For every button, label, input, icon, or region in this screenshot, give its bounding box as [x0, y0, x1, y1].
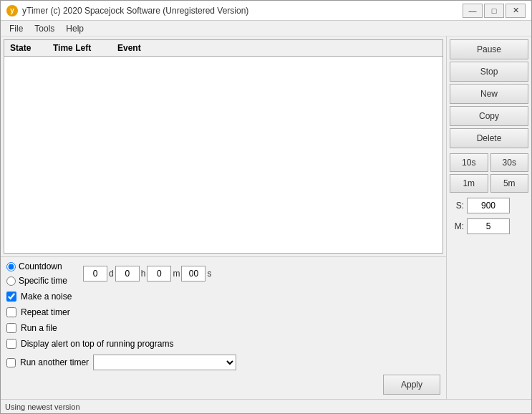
stop-button[interactable]: Stop	[450, 62, 528, 82]
menu-help[interactable]: Help	[60, 22, 90, 35]
run-file-row: Run a file	[6, 323, 440, 333]
make-noise-checkbox[interactable]	[6, 292, 16, 302]
make-noise-label: Make a noise	[21, 292, 72, 302]
left-panel: State Time Left Event Countdown	[1, 37, 447, 399]
right-panel: Pause Stop New Copy Delete 10s 30s 1m 5m…	[447, 37, 531, 399]
status-text: Using newest version	[5, 403, 80, 411]
countdown-radio[interactable]	[6, 262, 16, 271]
apply-button[interactable]: Apply	[383, 375, 440, 395]
run-another-select[interactable]	[93, 355, 236, 370]
time-inputs: d h m s	[83, 266, 211, 281]
menu-file[interactable]: File	[4, 22, 29, 35]
s-input[interactable]	[467, 198, 510, 213]
pause-button[interactable]: Pause	[450, 39, 528, 59]
menu-tools[interactable]: Tools	[29, 22, 60, 35]
maximize-button[interactable]: □	[484, 4, 504, 18]
window-title: yTimer (c) 2020 Spacejock Software (Unre…	[22, 6, 248, 16]
m-input-row: M:	[450, 218, 528, 234]
main-content: State Time Left Event Countdown	[1, 37, 531, 399]
countdown-label: Countdown	[19, 261, 62, 271]
delete-button[interactable]: Delete	[450, 128, 528, 148]
run-another-label: Run another timer	[20, 357, 89, 367]
options-panel: Countdown Specific time d h m	[1, 256, 446, 399]
col-event-header: Event	[115, 42, 440, 54]
5m-button[interactable]: 5m	[490, 174, 529, 193]
minutes-input[interactable]	[147, 266, 171, 281]
specific-time-radio[interactable]	[6, 276, 16, 286]
apply-row: Apply	[6, 375, 440, 395]
checkboxes-section: Make a noise Repeat timer Run a file Dis…	[6, 292, 440, 370]
radio-group: Countdown Specific time	[6, 261, 67, 286]
quick-buttons: 10s 30s 1m 5m	[450, 153, 528, 193]
m-label: M:	[450, 221, 464, 231]
seconds-input[interactable]	[181, 266, 205, 281]
timer-list: State Time Left Event	[4, 39, 443, 254]
copy-button[interactable]: Copy	[450, 106, 528, 126]
days-input[interactable]	[83, 266, 107, 281]
app-icon: y	[6, 5, 18, 16]
specific-time-label: Specific time	[19, 276, 67, 286]
run-another-row: Run another timer	[6, 355, 440, 370]
display-alert-label: Display alert on top of running programs	[21, 339, 173, 349]
timer-list-header: State Time Left Event	[4, 40, 442, 57]
10s-button[interactable]: 10s	[450, 153, 488, 172]
new-button[interactable]: New	[450, 84, 528, 104]
countdown-row: Countdown Specific time d h m	[6, 261, 440, 286]
display-alert-row: Display alert on top of running programs	[6, 339, 440, 349]
1m-button[interactable]: 1m	[450, 174, 488, 193]
title-bar: y yTimer (c) 2020 Spacejock Software (Un…	[1, 1, 531, 21]
run-another-checkbox[interactable]	[6, 358, 16, 367]
s-label: S:	[450, 201, 464, 211]
run-file-checkbox[interactable]	[6, 323, 16, 333]
repeat-timer-checkbox[interactable]	[6, 307, 16, 317]
repeat-timer-row: Repeat timer	[6, 307, 440, 317]
repeat-timer-label: Repeat timer	[21, 307, 70, 317]
display-alert-checkbox[interactable]	[6, 339, 16, 349]
specific-time-radio-label[interactable]: Specific time	[6, 276, 67, 286]
hours-input[interactable]	[115, 266, 140, 281]
30s-button[interactable]: 30s	[490, 153, 529, 172]
col-timeleft-header: Time Left	[50, 42, 115, 54]
make-noise-row: Make a noise	[6, 292, 440, 302]
close-button[interactable]: ✕	[506, 4, 526, 18]
days-label: d	[109, 269, 114, 279]
minimize-button[interactable]: —	[463, 4, 483, 18]
s-input-row: S:	[450, 198, 528, 213]
minutes-label: m	[173, 269, 180, 279]
run-file-label: Run a file	[21, 323, 57, 333]
status-bar: Using newest version	[1, 399, 531, 413]
col-state-header: State	[7, 42, 50, 54]
hours-label: h	[141, 269, 146, 279]
countdown-radio-label[interactable]: Countdown	[6, 261, 67, 271]
title-controls: — □ ✕	[463, 4, 526, 18]
seconds-label: s	[207, 269, 211, 279]
menu-bar: File Tools Help	[1, 21, 531, 37]
m-input[interactable]	[467, 218, 510, 234]
